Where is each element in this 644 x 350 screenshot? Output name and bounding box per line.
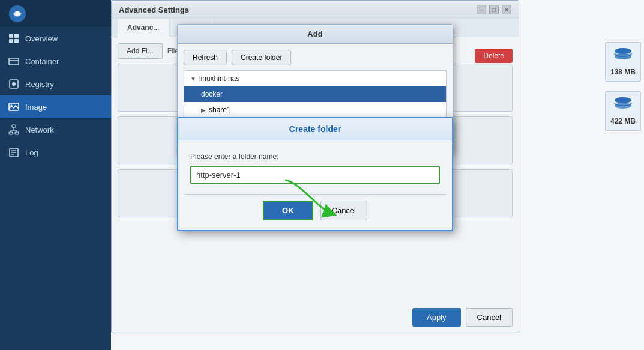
minimize-button[interactable]: ─ [477,5,486,14]
tree-root: ▼ linuxhint-nas [184,71,446,86]
sidebar-item-label: Log [25,148,38,157]
database-icon-1 [612,97,634,115]
cf-cancel-button[interactable]: Cancel [320,201,367,220]
sidebar-item-label: Container [25,57,59,66]
svg-rect-12 [12,125,16,127]
main-cancel-button[interactable]: Cancel [466,308,513,327]
sidebar-item-image[interactable]: Image [0,95,111,118]
sidebar-item-label: Registry [25,80,54,89]
svg-rect-2 [9,34,13,38]
add-dialog-title: Add [178,25,453,44]
tree-item-docker[interactable]: docker [184,86,446,102]
sidebar-item-registry[interactable]: Registry [0,73,111,95]
svg-rect-3 [14,34,19,38]
sidebar-item-container[interactable]: Container [0,50,111,73]
log-icon [8,147,19,158]
main-content: Advanced Settings ─ □ ✕ Advanc... ...nme… [111,0,644,350]
image-icon [8,101,19,112]
add-file-button[interactable]: Add Fi... [118,43,163,59]
file-tree: ▼ linuxhint-nas docker ▶ share1 [184,70,447,118]
sidebar-item-log[interactable]: Log [0,141,111,164]
svg-rect-5 [14,39,19,43]
tree-item-share1[interactable]: ▶ share1 [184,102,446,118]
svg-point-9 [12,82,16,86]
storage-size-0: 138 MB [610,68,636,76]
create-folder-button[interactable]: Create folder [232,50,291,65]
storage-item-0: 138 MB [605,42,641,82]
refresh-button[interactable]: Refresh [184,50,227,65]
storage-size-1: 422 MB [610,117,636,125]
folder-name-label: Please enter a folder name: [190,152,440,161]
delete-button[interactable]: Delete [475,49,513,63]
sidebar-item-label: Network [25,125,54,134]
container-icon [8,56,19,67]
svg-rect-4 [9,39,13,43]
sidebar-logo [0,0,111,27]
network-icon [8,124,19,135]
sidebar-item-label: Image [25,103,47,112]
svg-point-11 [11,105,13,107]
advanced-settings-title: Advanced Settings [119,5,189,14]
ok-button[interactable]: OK [263,201,313,220]
restore-button[interactable]: □ [489,5,499,14]
svg-rect-6 [9,58,19,65]
app-logo-icon [8,5,26,23]
close-button[interactable]: ✕ [502,5,511,14]
sidebar-item-label: Overview [25,34,58,43]
registry-icon [8,79,19,89]
create-folder-title: Create folder [178,118,452,140]
svg-rect-13 [9,132,13,134]
svg-point-25 [615,97,631,103]
create-folder-dialog: Create folder Please enter a folder name… [177,117,453,231]
svg-rect-14 [15,132,19,134]
storage-item-1: 422 MB [605,91,641,131]
sidebar-item-network[interactable]: Network [0,118,111,141]
sidebar-item-overview[interactable]: Overview [0,27,111,50]
database-icon-0 [612,47,634,65]
chevron-icon: ▶ [201,107,206,113]
sidebar: Overview Container Registry Image [0,0,111,350]
expand-icon: ▼ [190,76,196,82]
svg-point-1 [15,11,20,16]
apply-button[interactable]: Apply [412,308,461,327]
tab-advanced[interactable]: Advanc... [118,19,169,37]
folder-name-input[interactable] [190,166,440,184]
overview-icon [8,33,19,44]
tree-root-label: linuxhint-nas [199,74,239,83]
